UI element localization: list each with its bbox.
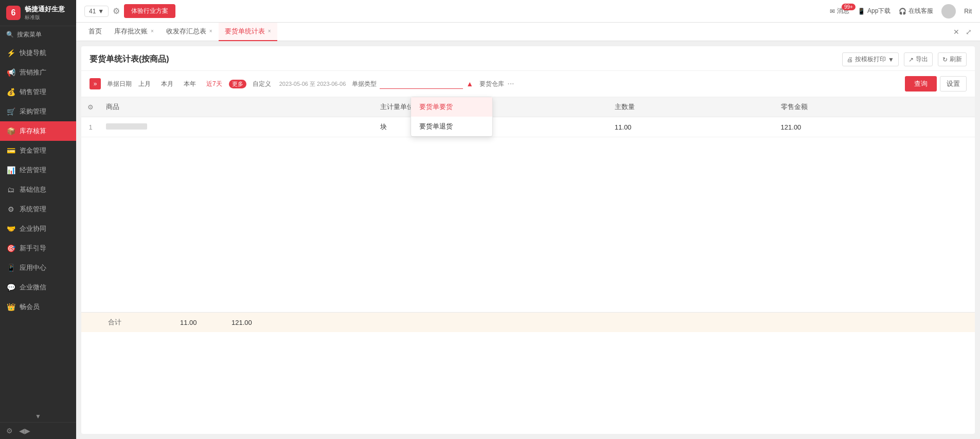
footer-quantity: 11.00 <box>180 319 231 326</box>
sidebar-item-operations[interactable]: 📊 经营管理 <box>0 160 76 180</box>
sidebar-item-wechat-biz[interactable]: 💬 企业微信 <box>0 278 76 297</box>
username[interactable]: Rit <box>964 8 972 15</box>
content-area: 要货单统计表(按商品) 🖨 按模板打印 ▼ ↗ 导出 ↻ 刷新 <box>76 41 980 439</box>
tab-inventory-batch-close[interactable]: × <box>151 28 154 34</box>
sidebar-item-label: 采购管理 <box>20 107 46 116</box>
app-download-btn[interactable]: 📱 App下载 <box>858 7 890 15</box>
sidebar-search[interactable]: 🔍 搜索菜单 <box>0 26 76 43</box>
sidebar-item-quick-nav[interactable]: ⚡ 快捷导航 <box>0 43 76 63</box>
sidebar-item-inventory[interactable]: 📦 库存核算 <box>0 121 76 141</box>
store-selector[interactable]: 41 ▼ <box>84 6 109 17</box>
sidebar-item-label: 企业微信 <box>20 283 46 292</box>
date-filter-label: 单据日期 <box>107 80 132 88</box>
type-filter-arrow[interactable]: ▲ <box>466 80 473 88</box>
date-7days-btn[interactable]: 近7天 <box>203 78 226 90</box>
online-service-btn[interactable]: 🎧 在线客服 <box>899 7 933 15</box>
service-icon: 🎧 <box>899 8 906 15</box>
sidebar-item-label: 快捷导航 <box>20 48 46 58</box>
tab-inventory-batch[interactable]: 库存批次账 × <box>108 23 160 41</box>
table-header-row: ⚙ 商品 主计量单位 主数量 零售金额 <box>81 97 975 117</box>
tab-inventory-batch-label: 库存批次账 <box>114 27 148 36</box>
tab-stock-summary[interactable]: 收发存汇总表 × <box>160 23 219 41</box>
quick-nav-icon: ⚡ <box>6 48 15 58</box>
date-filter-group: 单据日期 上月 本月 本年 近7天 更多 自定义 2023-05-06 至 20… <box>107 78 346 90</box>
marketing-icon: 📢 <box>6 68 15 77</box>
warehouse-filter-group: 要货仓库 ··· <box>479 79 514 88</box>
refresh-btn[interactable]: ↻ 刷新 <box>938 52 967 66</box>
sidebar-item-label: 库存核算 <box>20 126 46 136</box>
sidebar-scroll-down[interactable]: ▼ <box>0 411 76 422</box>
table-row: 1 块 11.00 121.00 <box>81 117 975 137</box>
sidebar-item-marketing[interactable]: 📢 营销推广 <box>0 63 76 82</box>
print-dropdown-icon[interactable]: ▼ <box>888 56 894 63</box>
date-more-btn[interactable]: 更多 <box>229 80 246 88</box>
col-header-amount: 零售金额 <box>775 97 975 117</box>
tab-expand-btn[interactable]: ⤢ <box>964 27 974 37</box>
date-last-month-btn[interactable]: 上月 <box>135 78 154 90</box>
warehouse-filter-more[interactable]: ··· <box>507 79 514 88</box>
sidebar-item-member[interactable]: 👑 畅会员 <box>0 297 76 317</box>
topbar-left: 41 ▼ ⚙ 体验行业方案 <box>84 4 825 18</box>
type-filter-input[interactable] <box>380 79 463 89</box>
row-quantity: 11.00 <box>609 117 775 137</box>
sidebar-item-system[interactable]: ⚙ 系统管理 <box>0 199 76 219</box>
sidebar-item-basic-info[interactable]: 🗂 基础信息 <box>0 180 76 199</box>
topbar-settings-icon[interactable]: ⚙ <box>113 6 120 16</box>
store-name: 41 <box>89 8 96 15</box>
sidebar-item-purchase[interactable]: 🛒 采购管理 <box>0 102 76 121</box>
query-btn[interactable]: 查询 <box>905 76 937 92</box>
sidebar-item-app-center[interactable]: 📱 应用中心 <box>0 258 76 278</box>
date-this-month-btn[interactable]: 本月 <box>157 78 177 90</box>
sidebar-item-label: 畅会员 <box>20 302 40 312</box>
app-logo: 6 畅捷通好生意 标准版 <box>0 0 76 26</box>
tabbar: 首页 库存批次账 × 收发存汇总表 × 要货单统计表 × ✕ ⤢ <box>76 23 980 41</box>
settings-bottom-icon[interactable]: ⚙ <box>6 427 13 435</box>
sidebar-bottom-icons: ⚙ ◀▶ <box>6 427 30 435</box>
app-center-icon: 📱 <box>6 263 15 272</box>
date-this-year-btn[interactable]: 本年 <box>180 78 200 90</box>
message-icon: ✉ <box>830 8 835 15</box>
sidebar-item-label: 营销推广 <box>20 68 46 77</box>
col-header-product: 商品 <box>100 97 374 117</box>
tab-order-stats[interactable]: 要货单统计表 × <box>219 23 277 41</box>
sidebar-item-finance[interactable]: 💳 资金管理 <box>0 141 76 160</box>
filter-settings-btn[interactable]: 设置 <box>940 76 967 92</box>
tab-stock-summary-label: 收发存汇总表 <box>166 27 206 36</box>
store-dropdown-icon: ▼ <box>98 8 104 15</box>
type-dropdown-menu: 要货单要货 要货单退货 <box>411 97 493 137</box>
table-settings-col-header[interactable]: ⚙ <box>81 97 100 117</box>
topbar-right: ✉ 消息 99+ 📱 App下载 🎧 在线客服 Rit <box>830 4 972 19</box>
main-area: 41 ▼ ⚙ 体验行业方案 ✉ 消息 99+ 📱 App下载 🎧 在线客服 Ri… <box>76 0 980 439</box>
print-btn[interactable]: 🖨 按模板打印 ▼ <box>842 52 899 66</box>
purchase-icon: 🛒 <box>6 107 15 116</box>
sidebar-item-label: 应用中心 <box>20 263 46 272</box>
avatar[interactable] <box>941 4 956 19</box>
tab-order-stats-close[interactable]: × <box>268 28 271 34</box>
filter-expand-btn[interactable]: » <box>90 78 101 89</box>
col-header-quantity: 主数量 <box>609 97 775 117</box>
type-filter-label: 单据类型 <box>352 80 377 88</box>
dropdown-item-order-require[interactable]: 要货单要货 <box>411 97 492 117</box>
sidebar-item-label: 资金管理 <box>20 146 46 155</box>
message-btn[interactable]: ✉ 消息 99+ <box>830 7 849 15</box>
footer-label: 合计 <box>87 318 180 327</box>
export-icon: ↗ <box>908 56 914 63</box>
tab-stock-summary-close[interactable]: × <box>209 28 212 34</box>
member-icon: 👑 <box>6 302 15 312</box>
tab-home[interactable]: 首页 <box>82 23 108 41</box>
sidebar-item-guide[interactable]: 🎯 新手引导 <box>0 239 76 258</box>
data-table: ⚙ 商品 主计量单位 主数量 零售金额 1 <box>81 97 975 137</box>
tab-close-all-btn[interactable]: ✕ <box>951 27 961 37</box>
enterprise-icon: 🤝 <box>6 224 15 233</box>
sidebar-item-enterprise[interactable]: 🤝 企业协同 <box>0 219 76 239</box>
dropdown-item-order-return[interactable]: 要货单退货 <box>411 117 492 136</box>
sidebar: 6 畅捷通好生意 标准版 🔍 搜索菜单 ⚡ 快捷导航 📢 营销推广 💰 销售管理… <box>0 0 76 439</box>
trial-btn[interactable]: 体验行业方案 <box>124 4 175 18</box>
system-icon: ⚙ <box>6 205 15 214</box>
sidebar-item-sales[interactable]: 💰 销售管理 <box>0 82 76 102</box>
export-btn[interactable]: ↗ 导出 <box>904 52 933 66</box>
date-custom-btn[interactable]: 自定义 <box>250 79 274 89</box>
collapse-icon[interactable]: ◀▶ <box>19 427 30 435</box>
sidebar-item-label: 基础信息 <box>20 185 46 194</box>
basic-info-icon: 🗂 <box>6 185 15 194</box>
